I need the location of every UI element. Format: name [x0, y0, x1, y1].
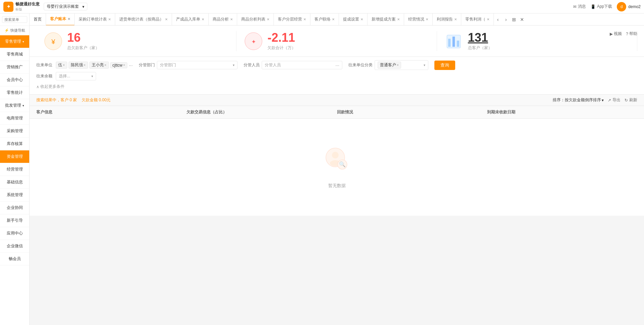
tab-close-customer-account[interactable]: ✕ — [68, 17, 70, 21]
unit-type-tag-close[interactable]: × — [397, 63, 399, 67]
sidebar-item-member[interactable]: 会员中心 — [0, 74, 29, 86]
tab-nav-right[interactable]: › — [502, 13, 510, 26]
sidebar-item-label: 企业微信 — [7, 244, 23, 248]
tab-new-raise[interactable]: 新增提成方案 ✕ — [368, 13, 404, 26]
tab-label: 零售利润（ — [465, 16, 485, 22]
app-download-btn[interactable]: 📱 App下载 — [591, 4, 612, 9]
tab-close-purchase-order[interactable]: ✕ — [108, 17, 111, 21]
tab-nav-left[interactable]: ‹ — [494, 13, 502, 26]
refresh-icon: ↻ — [625, 98, 628, 103]
tab-product-analysis-list[interactable]: 商品分析列表 ✕ — [237, 13, 274, 26]
tab-customer-account[interactable]: 客户账本 ✕ — [46, 13, 75, 26]
sidebar-item-member2[interactable]: 畅会员 — [0, 253, 29, 265]
dept-select[interactable]: 分管部门 ▾ — [157, 61, 238, 69]
video-btn[interactable]: ▶ 视频 — [610, 31, 622, 37]
tab-close-operations[interactable]: ✕ — [426, 17, 428, 21]
tab-home-label: 首页 — [34, 16, 42, 22]
video-icon: ▶ — [610, 32, 613, 36]
sidebar-item-wholesale[interactable]: 批发管理 ▾ — [0, 99, 29, 112]
summary-label-debt: 欠款合计（万） — [267, 45, 296, 51]
tab-close-all-btn[interactable]: ✕ — [518, 13, 526, 26]
sidebar-item-marketing[interactable]: 营销推广 — [0, 61, 29, 74]
unit-tag-more[interactable]: ··· — [129, 63, 133, 68]
tab-retail-profit[interactable]: 零售利润（ ✕ — [461, 13, 494, 26]
tab-close-product-entry[interactable]: ✕ — [202, 17, 204, 21]
tab-customer-contact[interactable]: 客户联络 ✕ — [310, 13, 339, 26]
tab-product-analysis[interactable]: 商品分析 ✕ — [209, 13, 237, 26]
sidebar-item-corp-wechat[interactable]: 企业微信 — [0, 240, 29, 253]
tab-home[interactable]: 首页 — [30, 13, 46, 26]
tab-close-new-raise[interactable]: ✕ — [397, 17, 400, 21]
tab-operations[interactable]: 经营情况 ✕ — [404, 13, 433, 26]
sidebar-item-operations[interactable]: 经营管理 — [0, 163, 29, 176]
sidebar-item-inventory[interactable]: 库存核算 — [0, 138, 29, 150]
search-input[interactable] — [2, 16, 27, 23]
sidebar-item-ecommerce[interactable]: 电商管理 — [0, 112, 29, 125]
page-content: ¥ 16 总欠款客户（家） ✦ — [30, 26, 644, 325]
sidebar-item-purchase[interactable]: 采购管理 — [0, 125, 29, 138]
sidebar-item-basic-info[interactable]: 基础信息 — [0, 176, 29, 189]
tab-close-product-analysis-list[interactable]: ✕ — [267, 17, 269, 21]
collapse-btn[interactable]: ∧ 收起更多条件 — [36, 82, 637, 91]
tab-purchase-order[interactable]: 采购订单统计表 ✕ — [75, 13, 115, 26]
tab-close-raise-settings[interactable]: ✕ — [360, 17, 363, 21]
message-icon: ✉ — [573, 4, 576, 9]
results-text: 搜索结果中，客户 0 家 欠款金额 0.00元 — [36, 97, 111, 103]
user-area[interactable]: d demo2 — [617, 2, 641, 11]
tab-profit-report[interactable]: 利润报告 ✕ — [433, 13, 461, 26]
tab-expand-btn[interactable]: ⊞ — [510, 13, 518, 26]
dept-arrow-icon: ▾ — [233, 63, 234, 67]
summary-data-3: 131 总客户（家） — [468, 32, 492, 51]
sidebar-item-finance[interactable]: 资金管理 — [0, 150, 29, 163]
sidebar-item-label: 批发管理 — [5, 103, 21, 108]
table-container: 客户信息 欠款交易信息（占比） 回款情况 到期未收款日期 — [30, 106, 644, 216]
logo-area: ✦ 畅捷通好生意 标版 — [3, 1, 40, 12]
store-select[interactable]: 母婴行业演示账套 ▾ — [44, 3, 87, 10]
unit-tag-close-3[interactable]: × — [123, 63, 125, 67]
unit-tag-close-0[interactable]: × — [63, 63, 65, 67]
balance-select[interactable]: 选择... ▾ — [56, 72, 96, 80]
sidebar-item-retail-stats[interactable]: 零售统计 — [0, 86, 29, 99]
sidebar-item-label: 基础信息 — [7, 180, 23, 184]
app-icon: 📱 — [591, 4, 596, 9]
tab-close-customer-tier[interactable]: ✕ — [303, 17, 306, 21]
query-btn[interactable]: 查询 — [434, 61, 455, 70]
refresh-btn[interactable]: ↻ 刷新 — [625, 97, 637, 103]
tab-purchase-stats[interactable]: 进货单统计表（按商品） ✕ — [115, 13, 172, 26]
sidebar-item-new-guide[interactable]: 新手引导 — [0, 214, 29, 227]
tab-close-customer-contact[interactable]: ✕ — [332, 17, 335, 21]
quick-nav-btn[interactable]: ⚡ 快捷导航 — [0, 26, 29, 35]
sidebar-item-app-center[interactable]: 应用中心 — [0, 227, 29, 240]
help-btn[interactable]: ? 帮助 — [626, 31, 637, 37]
unit-tag-close-2[interactable]: × — [104, 63, 106, 67]
sidebar-item-label: 营销推广 — [7, 65, 23, 69]
top-bar-right: ✉ 消息 📱 App下载 d demo2 — [573, 2, 641, 11]
sidebar-item-label: 采购管理 — [7, 129, 23, 133]
sidebar-item-system[interactable]: 系统管理 — [0, 189, 29, 202]
store-name: 母婴行业演示账套 — [47, 4, 79, 9]
summary-icon-3 — [444, 31, 464, 51]
sidebar-item-retail-mgmt[interactable]: 零售管理 ▾ — [0, 35, 29, 48]
empty-text: 暂无数据 — [328, 183, 346, 189]
unit-filter-tags: 伍 × 陈民强 × 王小亮 × — [56, 62, 133, 69]
sidebar-item-corp-collab[interactable]: 企业协同 — [0, 202, 29, 214]
tab-close-retail-profit[interactable]: ✕ — [487, 17, 489, 21]
tab-close-product-analysis[interactable]: ✕ — [230, 17, 233, 21]
sort-select[interactable]: 排序：按欠款金额倒序排序 ▾ — [553, 97, 604, 103]
results-debt-amount: 0.00元 — [99, 98, 111, 102]
unit-type-select[interactable]: 普通客户 × ▾ — [375, 60, 428, 70]
svg-text:¥: ¥ — [51, 38, 55, 45]
tab-customer-tier[interactable]: 客户分层经营 ✕ — [274, 13, 310, 26]
tab-product-entry[interactable]: 产成品入库单 ✕ — [172, 13, 209, 26]
message-btn[interactable]: ✉ 消息 — [573, 4, 586, 9]
sidebar-item-retail-shop[interactable]: 零售商城 — [0, 48, 29, 61]
person-input[interactable]: 分管人员 ··· — [262, 61, 342, 69]
unit-tag-0: 伍 × — [56, 62, 67, 69]
unit-tag-close-1[interactable]: × — [84, 63, 86, 67]
empty-state: 🔍 暂无数据 — [30, 119, 644, 216]
tab-raise-settings[interactable]: 提成设置 ✕ — [339, 13, 368, 26]
svg-rect-7 — [457, 40, 459, 46]
export-btn[interactable]: ↗ 导出 — [608, 97, 620, 103]
tab-close-profit-report[interactable]: ✕ — [454, 17, 457, 21]
tab-close-purchase-stats[interactable]: ✕ — [165, 17, 168, 21]
